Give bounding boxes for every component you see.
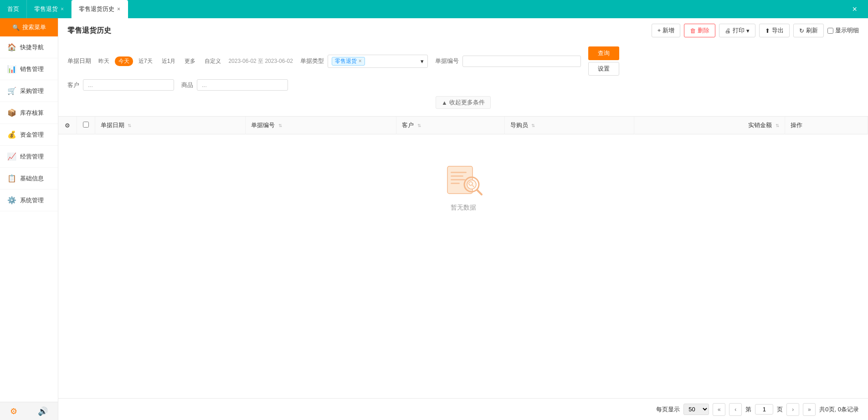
th-date[interactable]: 单据日期 ⇅ [95, 117, 246, 134]
sidebar: 🔍 搜索菜单 🏠 快捷导航 📊 销售管理 🛒 采购管理 📦 库存核算 💰 [0, 18, 58, 420]
select-all-checkbox[interactable] [83, 122, 89, 128]
th-settings[interactable]: ⚙ [58, 117, 77, 134]
sidebar-item-operations-label: 经营管理 [20, 153, 44, 161]
volume-icon[interactable]: 🔊 [38, 406, 48, 416]
date-btn-more[interactable]: 更多 [181, 56, 199, 66]
sidebar-item-inventory-label: 库存核算 [20, 109, 44, 117]
type-dropdown-icon: ▾ [421, 58, 424, 65]
print-button[interactable]: 🖨 打印 ▾ [719, 24, 755, 37]
empty-icon [441, 162, 486, 198]
date-filter-group: 单据日期 昨天 今天 近7天 近1月 更多 自定义 2023-06-02 至 2… [67, 56, 293, 66]
sidebar-item-quick-nav[interactable]: 🏠 快捷导航 [0, 36, 58, 58]
page-title-row: 零售退货历史 + 新增 🗑 删除 🖨 打印 ▾ ⬆ 导出 [67, 24, 859, 37]
page-input[interactable] [755, 404, 773, 415]
search-icon: 🔍 [12, 24, 20, 31]
prev-page-button[interactable]: ‹ [729, 403, 742, 416]
purchase-icon: 🛒 [7, 87, 16, 95]
export-button[interactable]: ⬆ 导出 [759, 24, 790, 37]
svg-point-6 [467, 180, 476, 189]
column-settings-icon[interactable]: ⚙ [65, 122, 70, 129]
sidebar-menu: 🏠 快捷导航 📊 销售管理 🛒 采购管理 📦 库存核算 💰 资金管理 📈 [0, 36, 58, 402]
sidebar-item-sales[interactable]: 📊 销售管理 [0, 58, 58, 80]
date-btn-1month[interactable]: 近1月 [158, 56, 180, 66]
sidebar-item-purchase[interactable]: 🛒 采购管理 [0, 80, 58, 102]
delete-icon: 🗑 [690, 27, 696, 34]
first-page-button[interactable]: « [713, 403, 725, 416]
collapse-button[interactable]: ▲ 收起更多条件 [436, 96, 491, 109]
date-btn-custom[interactable]: 自定义 [201, 56, 225, 66]
tab-return[interactable]: 零售退货 × [27, 0, 72, 18]
date-btn-7days[interactable]: 近7天 [135, 56, 156, 66]
th-action: 操作 [785, 117, 868, 134]
customer-filter-input[interactable]: ... [83, 79, 174, 91]
sidebar-item-system[interactable]: ⚙️ 系统管理 [0, 190, 58, 211]
th-guide[interactable]: 导购员 ⇅ [504, 117, 634, 134]
type-filter-label: 单据类型 [300, 57, 324, 65]
th-number[interactable]: 单据编号 ⇅ [246, 117, 396, 134]
sales-icon: 📊 [7, 65, 16, 73]
sidebar-item-finance[interactable]: 💰 资金管理 [0, 124, 58, 146]
th-customer[interactable]: 客户 ⇅ [396, 117, 504, 134]
settings-gear-icon[interactable]: ⚙ [10, 406, 17, 416]
query-settings-group: 查询 设置 [588, 46, 619, 76]
sidebar-item-finance-label: 资金管理 [20, 131, 44, 139]
th-checkbox[interactable] [77, 117, 95, 134]
number-filter-label: 单据编号 [435, 57, 459, 65]
window-close-button[interactable]: × [848, 5, 861, 14]
sidebar-search[interactable]: 🔍 搜索菜单 [0, 18, 58, 36]
sort-number-icon: ⇅ [278, 123, 282, 128]
empty-text: 暂无数据 [451, 204, 476, 212]
delete-button[interactable]: 🗑 删除 [684, 24, 715, 37]
show-detail-checkbox[interactable] [827, 28, 833, 34]
goods-filter-label: 商品 [181, 81, 193, 89]
type-filter-group: 单据类型 零售退货 × ▾ [300, 55, 428, 68]
goods-filter-input[interactable]: ... [197, 79, 288, 91]
tab-return-history[interactable]: 零售退货历史 × [72, 0, 128, 18]
svg-rect-1 [451, 172, 467, 173]
next-page-button[interactable]: › [786, 403, 799, 416]
th-amount[interactable]: 实销金额 ⇅ [634, 117, 785, 134]
date-btn-yesterday[interactable]: 昨天 [95, 56, 113, 66]
tab-return-label: 零售退货 [34, 5, 58, 13]
tab-return-close[interactable]: × [61, 6, 64, 12]
sidebar-item-quick-nav-label: 快捷导航 [20, 43, 44, 51]
tab-return-history-label: 零售退货历史 [79, 5, 114, 13]
sidebar-item-basic-label: 基础信息 [20, 174, 44, 183]
page-size-select[interactable]: 20 50 100 [683, 404, 709, 415]
settings-button[interactable]: 设置 [588, 62, 619, 76]
type-tag-remove[interactable]: × [359, 58, 362, 64]
tab-return-history-close[interactable]: × [117, 6, 120, 12]
query-button[interactable]: 查询 [588, 46, 619, 60]
total-label: 共0页, 0条记录 [819, 405, 859, 414]
page-header: 零售退货历史 + 新增 🗑 删除 🖨 打印 ▾ ⬆ 导出 [58, 18, 868, 117]
last-page-button[interactable]: » [803, 403, 816, 416]
empty-state: 暂无数据 [58, 134, 868, 239]
new-button[interactable]: + 新增 [652, 24, 680, 37]
show-detail-toggle[interactable]: 显示明细 [827, 26, 859, 35]
number-filter-input[interactable] [462, 56, 581, 67]
tab-bar: 首页 零售退货 × 零售退货历史 × [0, 0, 848, 18]
date-filter-label: 单据日期 [67, 57, 91, 65]
data-table: ⚙ 单据日期 ⇅ 单据编号 ⇅ [58, 117, 868, 134]
customer-filter-label: 客户 [67, 81, 79, 89]
page-label: 页 [777, 405, 783, 414]
system-icon: ⚙️ [7, 196, 16, 205]
refresh-button[interactable]: ↻ 刷新 [793, 24, 824, 37]
sidebar-item-inventory[interactable]: 📦 库存核算 [0, 102, 58, 124]
customer-filter-group: 客户 ... [67, 79, 174, 91]
table-header-row: ⚙ 单据日期 ⇅ 单据编号 ⇅ [58, 117, 868, 134]
page-size-label: 每页显示 [656, 405, 680, 414]
content-area: 零售退货历史 + 新增 🗑 删除 🖨 打印 ▾ ⬆ 导出 [58, 18, 868, 420]
sidebar-item-operations[interactable]: 📈 经营管理 [0, 146, 58, 168]
number-filter-group: 单据编号 [435, 56, 581, 67]
tab-home[interactable]: 首页 [0, 0, 27, 18]
date-buttons: 昨天 今天 近7天 近1月 更多 自定义 [95, 56, 225, 66]
type-filter-select[interactable]: 零售退货 × ▾ [328, 55, 428, 68]
filter-area: 单据日期 昨天 今天 近7天 近1月 更多 自定义 2023-06-02 至 2… [67, 43, 859, 116]
sidebar-item-basic[interactable]: 📋 基础信息 [0, 168, 58, 190]
operations-icon: 📈 [7, 152, 16, 161]
date-btn-today[interactable]: 今天 [115, 56, 133, 66]
inventory-icon: 📦 [7, 108, 16, 117]
svg-rect-4 [451, 183, 460, 184]
refresh-icon: ↻ [799, 27, 804, 34]
